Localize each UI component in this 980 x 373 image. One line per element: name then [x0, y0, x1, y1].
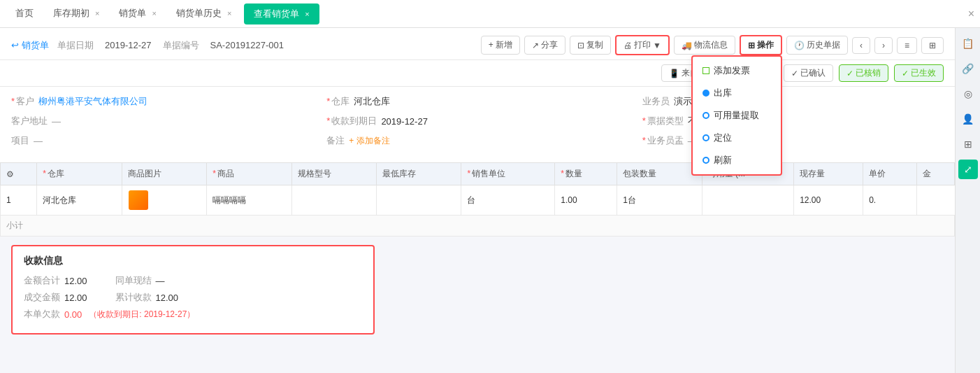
verified-check-icon: ✓ [846, 69, 853, 78]
outbound-label: 出库 [714, 87, 732, 99]
list-view-button[interactable]: ≡ [897, 37, 917, 54]
available-pickup-icon [702, 112, 709, 119]
row-spec [291, 185, 376, 216]
next-button[interactable]: › [874, 37, 893, 54]
sales-order-icon: ↩ [11, 40, 19, 50]
tab-home-label: 首页 [15, 7, 34, 20]
operations-button[interactable]: ⊞ 操作 [740, 35, 782, 55]
col-current-stock: 现存量 [794, 163, 863, 185]
accumulated-label: 累计收款 [115, 291, 152, 304]
sidebar-icon-1[interactable]: 📋 [958, 34, 978, 53]
date-label: 单据日期 [57, 39, 94, 52]
sales-table: ⚙ *仓库 商品图片 *商品 规格型号 最低库存 *销售单位 *数量 包装数量 … [0, 162, 955, 237]
sidebar-icon-4[interactable]: 👤 [958, 109, 978, 129]
operations-label: 操作 [757, 39, 774, 51]
phone-icon: 📱 [669, 69, 679, 78]
tab-inventory[interactable]: 库存期初 × [43, 0, 109, 28]
doc-meta: 单据日期 2019-12-27 单据编号 SA-20191227-001 [57, 39, 284, 52]
confirm-icon: ✓ [791, 69, 798, 78]
prev-button[interactable]: ‹ [852, 37, 870, 54]
operations-menu: 添加发票 出库 可用量提取 定位 [691, 55, 782, 176]
effective-badge[interactable]: ✓ 已生效 [894, 64, 944, 82]
history-button[interactable]: 🕐 历史单据 [786, 36, 848, 55]
confirm-button[interactable]: ✓ 已确认 [784, 64, 833, 82]
note-salesperson-field: *业务员盂 — [642, 134, 944, 147]
total-amount-field: 金额合计 12.00 [24, 274, 87, 287]
col-image: 商品图片 [122, 163, 206, 185]
row-warehouse: 河北仓库 [37, 185, 122, 216]
payment-date-value: 2019-12-27 [381, 116, 428, 127]
logistics-label: 物流信息 [694, 39, 728, 51]
print-dropdown-icon: ▼ [653, 41, 661, 50]
toolbar: + 新增 ↗ 分享 ⊡ 复制 🖨 打印 ▼ 🚚 物流信息 [481, 35, 944, 55]
menu-refresh[interactable]: 刷新 [693, 149, 781, 171]
effective-check-icon: ✓ [902, 69, 909, 78]
tab-sales-label: 销货单 [119, 7, 146, 20]
new-button[interactable]: + 新增 [481, 36, 520, 55]
copy-button[interactable]: ⊡ 复制 [570, 36, 611, 55]
link-sidebar-icon: 🔗 [962, 63, 974, 74]
second-toolbar: 📱 来自手机 ⊙ 未开票 ✓ 已确认 ✓ 已核销 ✓ 已生效 [0, 60, 955, 87]
row-product: 嗝嗝嗝嗝 [207, 185, 291, 216]
share-icon: ↗ [532, 41, 539, 50]
doc-type-icon: ↩ 销货单 [11, 39, 49, 52]
tab-view-sales[interactable]: 查看销货单 × [244, 3, 319, 24]
payment-title: 收款信息 [24, 255, 362, 267]
expand-sidebar-icon[interactable]: ⤢ [958, 160, 978, 179]
window-close-button[interactable]: × [968, 8, 974, 20]
verified-label: 已核销 [856, 67, 881, 79]
customer-value[interactable]: 柳州粤港平安气体有限公司 [38, 95, 147, 108]
menu-outbound[interactable]: 出库 [693, 82, 781, 104]
form-row-3: 项目 — 备注 + 添加备注 *业务员盂 — [11, 134, 944, 147]
sidebar-icon-2[interactable]: 🔗 [958, 59, 978, 78]
row-sales-unit: 台 [461, 185, 555, 216]
table-row: 1 河北仓库 嗝嗝嗝嗝 台 1.00 1台 [1, 185, 955, 216]
product-image [128, 190, 149, 211]
col-sales-unit: *销售单位 [461, 163, 555, 185]
tab-inventory-close[interactable]: × [95, 9, 99, 17]
outstanding-value: 0.00 [64, 309, 82, 320]
menu-locate[interactable]: 定位 [693, 127, 781, 149]
accumulated-field: 累计收款 12.00 [115, 291, 179, 304]
tab-view-sales-close[interactable]: × [305, 10, 309, 18]
tab-sales-history-close[interactable]: × [227, 9, 231, 17]
sidebar-icon-5[interactable]: ⊞ [958, 134, 978, 154]
tab-sales-close[interactable]: × [152, 9, 156, 17]
refresh-label: 刷新 [714, 154, 732, 167]
doc-header: ↩ 销货单 单据日期 2019-12-27 单据编号 SA-20191227-0… [0, 28, 955, 60]
number-label: 单据编号 [163, 39, 199, 52]
add-invoice-icon [702, 67, 709, 74]
copy-label: 复制 [586, 39, 603, 51]
confirm-label: 已确认 [800, 67, 826, 79]
locate-label: 定位 [714, 132, 732, 144]
same-bill-field: 同单现结 — [115, 274, 165, 287]
tab-sales[interactable]: 销货单 × [109, 0, 166, 28]
operations-container: ⊞ 操作 添加发票 出库 [740, 35, 782, 55]
row-min-stock [376, 185, 461, 216]
logistics-icon: 🚚 [682, 41, 692, 50]
payment-date-field: *收款到期日 2019-12-27 [326, 115, 628, 127]
operations-icon: ⊞ [748, 41, 755, 50]
user-sidebar-icon: 👤 [962, 113, 974, 125]
outstanding-note: （收款到期日: 2019-12-27） [89, 309, 195, 321]
share-button[interactable]: ↗ 分享 [524, 36, 565, 55]
right-sidebar: 📋 🔗 ◎ 👤 ⊞ ⤢ [955, 28, 980, 373]
add-invoice-label: 添加发票 [714, 64, 750, 77]
logistics-button[interactable]: 🚚 物流信息 [674, 36, 735, 55]
menu-available-pickup[interactable]: 可用量提取 [693, 104, 781, 127]
payment-info-box: 收款信息 金额合计 12.00 同单现结 — 成交金额 12.00 累计收款 [11, 245, 375, 335]
print-button[interactable]: 🖨 打印 ▼ [615, 35, 670, 55]
col-settings[interactable]: ⚙ [1, 163, 37, 185]
sidebar-icon-3[interactable]: ◎ [958, 84, 978, 104]
tab-home[interactable]: 首页 [6, 0, 43, 28]
grid-view-button[interactable]: ⊞ [921, 37, 944, 54]
warehouse-value: 河北仓库 [354, 95, 390, 108]
tab-sales-history[interactable]: 销货单历史 × [166, 0, 241, 28]
menu-add-invoice[interactable]: 添加发票 [693, 59, 781, 82]
same-bill-value: — [156, 276, 165, 286]
row-package-qty: 1台 [617, 185, 702, 216]
verified-badge[interactable]: ✓ 已核销 [839, 64, 888, 82]
history-icon: 🕐 [794, 41, 805, 50]
total-amount-label: 金额合计 [24, 274, 60, 287]
add-note-button[interactable]: + 添加备注 [349, 135, 389, 147]
